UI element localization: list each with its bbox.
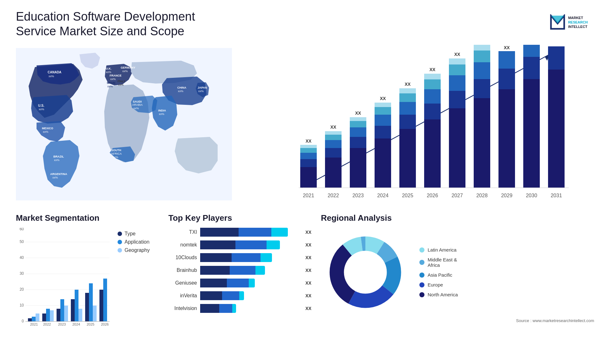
asia-pacific-dot — [419, 273, 424, 278]
bar-seg2 — [230, 266, 255, 275]
bar-seg3 — [232, 304, 236, 313]
svg-text:XX: XX — [380, 96, 386, 101]
svg-rect-76 — [424, 74, 441, 79]
svg-rect-121 — [28, 318, 32, 321]
svg-text:2031: 2031 — [551, 193, 562, 198]
list-item: Brainhub XX — [168, 266, 311, 275]
list-item: 10Clouds XX — [168, 253, 311, 262]
svg-text:xx%: xx% — [178, 90, 183, 93]
svg-rect-138 — [89, 283, 93, 321]
player-name: Intelvision — [168, 306, 197, 311]
svg-text:2028: 2028 — [476, 193, 488, 198]
svg-text:2026: 2026 — [101, 322, 109, 326]
svg-rect-39 — [300, 153, 317, 159]
svg-rect-62 — [375, 103, 391, 107]
legend-geo-dot — [118, 248, 122, 253]
player-bar — [200, 279, 255, 287]
page-title: Education Software Development Service M… — [16, 10, 238, 38]
logo-m-icon — [550, 14, 566, 30]
player-bar — [200, 253, 272, 262]
top-section: CANADA xx% U.S. xx% MEXICO xx% BRAZIL xx… — [16, 45, 594, 204]
svg-rect-81 — [449, 75, 465, 91]
player-name: inVerita — [168, 293, 197, 299]
svg-rect-44 — [325, 158, 342, 188]
svg-rect-65 — [399, 129, 416, 188]
segmentation-container: Market Segmentation 0 10 20 30 40 50 60 — [16, 213, 159, 356]
svg-text:ARABIA: ARABIA — [132, 103, 143, 106]
svg-text:GERMANY: GERMANY — [121, 66, 135, 69]
svg-text:INDIA: INDIA — [158, 109, 166, 112]
middle-east-dot — [419, 260, 424, 265]
svg-rect-48 — [325, 131, 342, 135]
svg-rect-129 — [57, 309, 60, 321]
svg-text:SAUDI: SAUDI — [133, 100, 142, 103]
svg-text:BRAZIL: BRAZIL — [53, 155, 64, 158]
svg-rect-45 — [325, 148, 342, 158]
latin-america-label: Latin America — [428, 247, 457, 253]
svg-text:XX: XX — [330, 125, 336, 130]
svg-text:xx%: xx% — [54, 158, 59, 162]
svg-rect-67 — [399, 102, 416, 115]
source-text: Source : www.marketresearchintellect.com — [321, 318, 594, 323]
bar-seg1 — [200, 240, 235, 249]
legend-middle-east: Middle East &Africa — [419, 257, 458, 268]
bar-seg3 — [255, 266, 265, 275]
svg-rect-80 — [449, 91, 465, 108]
svg-text:FRANCE: FRANCE — [110, 74, 122, 77]
svg-text:2027: 2027 — [451, 193, 463, 198]
svg-rect-130 — [60, 299, 64, 321]
svg-text:xx%: xx% — [122, 70, 128, 73]
svg-text:xx%: xx% — [159, 112, 164, 116]
middle-east-label: Middle East &Africa — [428, 257, 457, 268]
legend-geography: Geography — [118, 247, 150, 253]
svg-text:xx%: xx% — [39, 108, 44, 111]
svg-text:50: 50 — [20, 239, 24, 244]
regional-legend: Latin America Middle East &Africa Asia P… — [419, 247, 458, 297]
svg-rect-105 — [548, 46, 565, 70]
bottom-section: Market Segmentation 0 10 20 30 40 50 60 — [16, 213, 594, 356]
svg-rect-79 — [449, 108, 465, 188]
svg-rect-134 — [75, 290, 78, 321]
world-map-svg: CANADA xx% U.S. xx% MEXICO xx% BRAZIL xx… — [16, 45, 232, 204]
bar-seg1 — [200, 304, 219, 313]
svg-rect-86 — [474, 98, 490, 188]
svg-rect-61 — [375, 107, 391, 115]
svg-text:2030: 2030 — [526, 193, 537, 198]
player-bar — [200, 266, 265, 275]
player-name: TXI — [168, 229, 197, 235]
svg-rect-38 — [300, 159, 317, 167]
svg-rect-51 — [350, 148, 366, 188]
svg-text:JAPAN: JAPAN — [198, 86, 207, 89]
svg-rect-59 — [375, 126, 391, 138]
svg-text:XX: XX — [553, 45, 559, 45]
svg-text:2021: 2021 — [303, 193, 314, 198]
svg-text:CANADA: CANADA — [48, 71, 61, 74]
svg-rect-126 — [46, 309, 50, 321]
legend-app-label: Application — [125, 239, 149, 245]
svg-text:SOUTH: SOUTH — [111, 149, 121, 152]
svg-rect-47 — [325, 135, 342, 140]
svg-rect-75 — [424, 79, 441, 89]
bar-seg3 — [267, 240, 280, 249]
svg-rect-131 — [64, 306, 68, 321]
svg-rect-53 — [350, 127, 366, 137]
regional-title: Regional Analysis — [321, 213, 594, 223]
svg-rect-123 — [36, 313, 39, 321]
north-america-label: North America — [428, 292, 458, 297]
svg-text:XX: XX — [454, 52, 460, 57]
bar-seg2 — [232, 253, 261, 262]
svg-rect-127 — [50, 310, 54, 321]
svg-rect-104 — [548, 70, 565, 188]
svg-rect-74 — [424, 89, 441, 104]
bar-chart-svg: 2021 XX 2022 XX 2023 XX — [245, 45, 594, 204]
map-container: CANADA xx% U.S. xx% MEXICO xx% BRAZIL xx… — [16, 45, 232, 204]
player-bar-wrap — [200, 228, 300, 237]
legend-type-label: Type — [125, 231, 136, 237]
legend-europe: Europe — [419, 282, 458, 287]
page-container: Education Software Development Service M… — [0, 0, 610, 364]
svg-text:xx%: xx% — [49, 75, 54, 78]
svg-text:2023: 2023 — [58, 322, 66, 326]
latin-america-dot — [419, 247, 424, 253]
svg-text:MEXICO: MEXICO — [42, 127, 53, 130]
bar-chart-container: 2021 XX 2022 XX 2023 XX — [245, 45, 594, 204]
